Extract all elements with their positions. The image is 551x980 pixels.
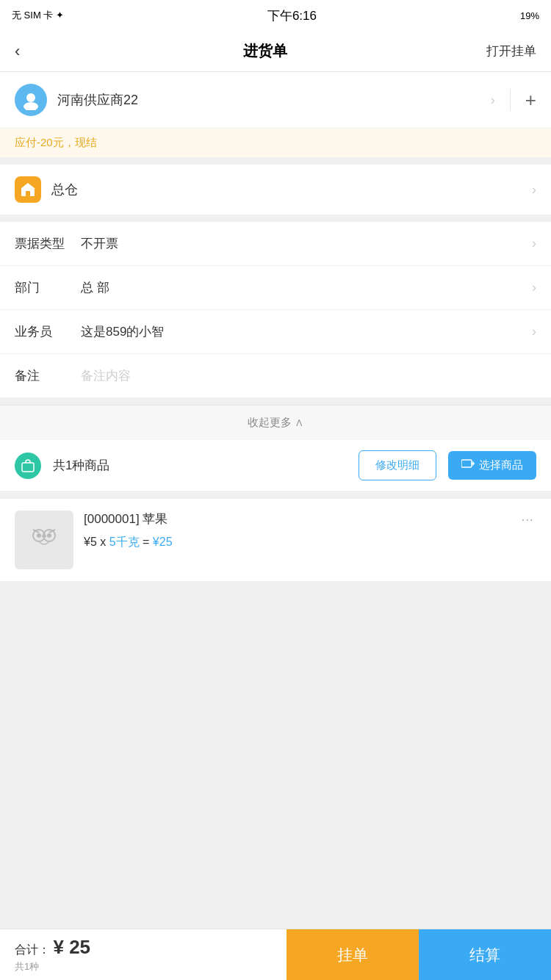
open-hang-button[interactable]: 打开挂单 — [486, 43, 536, 60]
supplier-row[interactable]: 河南供应商22 › + — [0, 72, 551, 129]
equals-text: = — [140, 536, 153, 548]
form-card: 票据类型 不开票 › 部门 总 部 › 业务员 这是859的小智 › 备注 备注… — [0, 222, 551, 397]
sales-label: 业务员 — [15, 323, 81, 340]
svg-rect-6 — [461, 460, 472, 467]
invoice-type-row[interactable]: 票据类型 不开票 › — [0, 222, 551, 266]
warehouse-card: 总仓 › — [0, 165, 551, 215]
product-price: ¥5 x 5千克 = ¥25 — [84, 535, 508, 550]
svg-marker-3 — [21, 183, 35, 189]
svg-point-9 — [37, 533, 41, 538]
svg-rect-4 — [26, 191, 30, 196]
remark-row[interactable]: 备注 备注内容 — [0, 354, 551, 397]
supplier-chevron-icon: › — [491, 93, 495, 108]
supplier-right-actions: › + — [491, 89, 536, 112]
total-amount: ¥ 25 — [53, 936, 90, 958]
total-count: 共1种 — [15, 960, 272, 973]
dept-row[interactable]: 部门 总 部 › — [0, 266, 551, 310]
warehouse-row[interactable]: 总仓 › — [0, 165, 551, 215]
sales-value: 这是859的小智 — [81, 323, 532, 340]
product-count: 共1种商品 — [53, 457, 347, 474]
supplier-name: 河南供应商22 — [57, 91, 491, 109]
total-section: 合计： ¥ 25 共1种 — [0, 936, 287, 973]
warehouse-icon — [15, 176, 41, 203]
total-highlight: ¥25 — [153, 536, 173, 548]
product-thumb-icon — [26, 519, 62, 561]
invoice-chevron-icon: › — [532, 236, 536, 251]
warehouse-chevron-icon: › — [532, 182, 536, 198]
svg-rect-5 — [22, 463, 34, 472]
sales-chevron-icon: › — [532, 324, 536, 339]
add-button[interactable]: + — [525, 89, 536, 112]
dept-label: 部门 — [15, 279, 81, 296]
qty-highlight: 5千克 — [109, 536, 140, 548]
product-thumbnail — [15, 511, 73, 569]
svg-point-10 — [47, 533, 51, 538]
back-button[interactable]: ‹ — [15, 42, 44, 61]
invoice-label: 票据类型 — [15, 235, 81, 252]
supplier-card: 河南供应商22 › + 应付-20元，现结 — [0, 72, 551, 157]
product-more-button[interactable]: ··· — [518, 511, 536, 527]
product-item: [0000001] 苹果 ¥5 x 5千克 = ¥25 ··· — [0, 499, 551, 581]
select-product-icon — [461, 458, 475, 472]
svg-point-1 — [24, 102, 38, 110]
select-product-button[interactable]: 选择商品 — [448, 451, 536, 480]
remark-label: 备注 — [15, 367, 81, 384]
total-label: 合计： — [15, 943, 50, 956]
sales-row[interactable]: 业务员 这是859的小智 › — [0, 310, 551, 354]
select-product-label: 选择商品 — [479, 458, 523, 472]
warning-bar: 应付-20元，现结 — [0, 129, 551, 157]
warehouse-name: 总仓 — [51, 181, 532, 198]
status-time: 下午6:16 — [267, 7, 317, 24]
product-header: 共1种商品 修改明细 选择商品 — [0, 440, 551, 491]
product-icon — [15, 453, 41, 479]
status-right: 19% — [520, 10, 539, 21]
supplier-avatar — [15, 84, 47, 116]
status-bar: 无 SIM 卡 ✦ 下午6:16 19% — [0, 0, 551, 31]
status-left: 无 SIM 卡 ✦ — [12, 9, 64, 22]
main-content: 河南供应商22 › + 应付-20元，现结 总仓 › 票据类型 — [0, 72, 551, 647]
dept-value: 总 部 — [81, 279, 532, 296]
price-text: ¥5 x — [84, 536, 109, 548]
invoice-value: 不开票 — [81, 235, 532, 252]
edit-detail-button[interactable]: 修改明细 — [359, 450, 436, 480]
product-info: [0000001] 苹果 ¥5 x 5千克 = ¥25 — [84, 511, 508, 550]
page-title: 进货单 — [243, 41, 287, 61]
bottom-bar: 合计： ¥ 25 共1种 挂单 结算 — [0, 929, 551, 980]
remark-placeholder[interactable]: 备注内容 — [81, 367, 536, 384]
divider — [510, 89, 511, 111]
total-label-amount: 合计： ¥ 25 — [15, 936, 272, 959]
hang-button[interactable]: 挂单 — [287, 929, 419, 981]
product-name: [0000001] 苹果 — [84, 511, 508, 527]
svg-point-0 — [26, 93, 35, 102]
dept-chevron-icon: › — [532, 280, 536, 295]
nav-bar: ‹ 进货单 打开挂单 — [0, 31, 551, 72]
checkout-button[interactable]: 结算 — [419, 929, 551, 981]
collapse-bar[interactable]: 收起更多 ∧ — [0, 405, 551, 440]
